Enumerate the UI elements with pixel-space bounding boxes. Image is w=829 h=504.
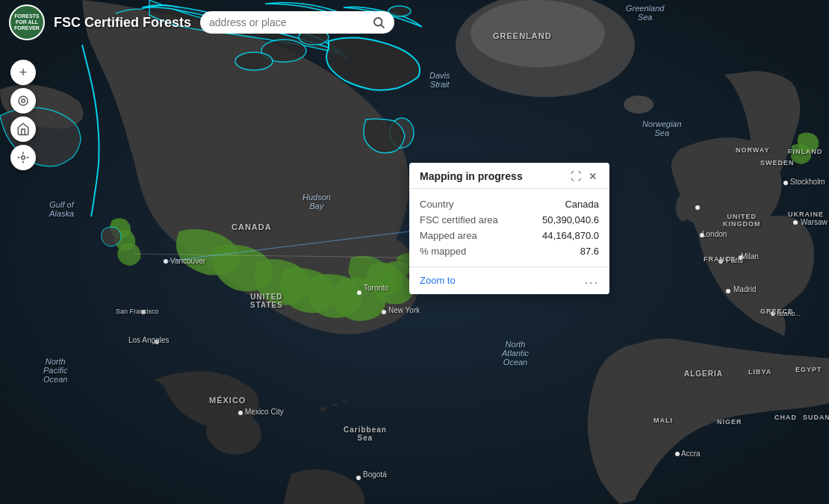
svg-point-31 xyxy=(726,289,730,293)
popup-value-fsc-area: 50,390,040.6 xyxy=(542,214,599,225)
locate-button[interactable] xyxy=(10,145,36,170)
svg-point-29 xyxy=(700,233,704,237)
svg-point-34 xyxy=(739,255,743,260)
svg-point-24 xyxy=(238,411,243,415)
popup-row-fsc-area: FSC certified area 50,390,040.6 xyxy=(420,212,599,228)
svg-point-38 xyxy=(19,96,28,105)
svg-point-33 xyxy=(695,205,700,210)
svg-point-3 xyxy=(624,96,653,113)
svg-point-23 xyxy=(155,340,159,344)
map-controls: + xyxy=(10,60,36,170)
popup: Mapping in progress ⛶ ✕ Country Canada F… xyxy=(409,163,609,294)
svg-point-30 xyxy=(718,259,723,264)
popup-row-country: Country Canada xyxy=(420,196,599,212)
popup-footer: Zoom to ... xyxy=(409,267,609,294)
popup-label-country: Country xyxy=(420,199,454,210)
svg-point-39 xyxy=(22,99,25,103)
zoom-in-button[interactable]: + xyxy=(10,60,36,85)
svg-point-20 xyxy=(357,290,361,295)
popup-label-fsc-area: FSC certified area xyxy=(420,214,498,225)
svg-point-17 xyxy=(342,400,348,403)
svg-point-27 xyxy=(783,181,788,185)
popup-body: Country Canada FSC certified area 50,390… xyxy=(409,189,609,267)
svg-point-25 xyxy=(356,476,361,480)
search-input[interactable] xyxy=(209,16,366,28)
popup-value-mapped-area: 44,164,870.0 xyxy=(542,230,599,241)
layers-button[interactable] xyxy=(10,88,36,113)
logo: FORESTS FOR ALL FOREVER xyxy=(9,4,45,40)
popup-header: Mapping in progress ⛶ ✕ xyxy=(409,163,609,189)
svg-point-15 xyxy=(319,407,326,411)
home-button[interactable] xyxy=(10,116,36,142)
popup-value-country: Canada xyxy=(565,199,599,210)
popup-row-pct-mapped: % mapped 87.6 xyxy=(420,243,599,259)
svg-point-5 xyxy=(676,194,691,221)
popup-maximize-button[interactable]: ⛶ xyxy=(569,171,583,181)
logo-text: FORESTS FOR ALL FOREVER xyxy=(10,13,43,31)
popup-value-pct-mapped: 87.6 xyxy=(580,246,599,257)
svg-point-21 xyxy=(382,310,386,314)
popup-row-mapped-area: Mapped area 44,164,870.0 xyxy=(420,228,599,243)
search-button[interactable] xyxy=(372,16,385,29)
zoom-to-link[interactable]: Zoom to xyxy=(420,275,456,286)
svg-point-26 xyxy=(675,452,680,456)
popup-label-pct-mapped: % mapped xyxy=(420,246,466,257)
svg-point-28 xyxy=(793,220,798,225)
svg-point-8 xyxy=(235,52,273,70)
popup-header-buttons: ⛶ ✕ xyxy=(569,171,599,181)
header: FORESTS FOR ALL FOREVER FSC Certified Fo… xyxy=(0,0,829,45)
search-bar xyxy=(200,11,394,34)
more-options-button[interactable]: ... xyxy=(585,273,599,287)
app-title: FSC Certified Forests xyxy=(54,15,191,31)
popup-close-button[interactable]: ✕ xyxy=(587,171,599,181)
svg-point-22 xyxy=(141,310,146,314)
svg-point-32 xyxy=(771,311,775,316)
svg-point-36 xyxy=(374,18,382,26)
popup-title: Mapping in progress xyxy=(420,170,523,182)
svg-line-37 xyxy=(381,25,384,28)
svg-point-40 xyxy=(22,156,25,160)
popup-label-mapped-area: Mapped area xyxy=(420,230,477,241)
svg-point-16 xyxy=(332,403,338,406)
